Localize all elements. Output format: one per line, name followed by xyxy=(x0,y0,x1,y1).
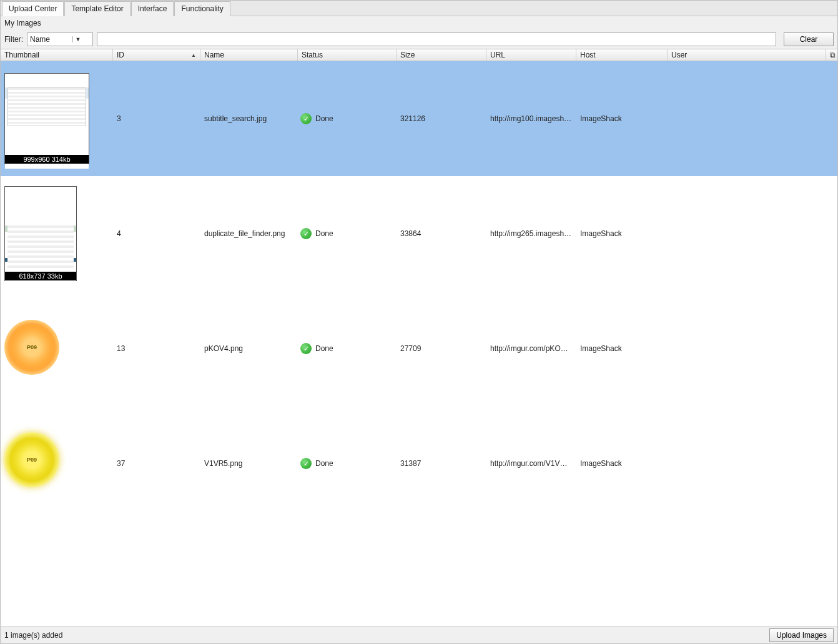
cell-name: pKOV4.png xyxy=(200,343,298,354)
status-text: Done xyxy=(315,114,333,123)
tab-upload-center[interactable]: Upload Center xyxy=(2,1,64,16)
status-text: Done xyxy=(315,229,333,238)
thumbnail-caption: 999x960 314kb xyxy=(5,155,89,164)
table-header: Thumbnail ID ▲ Name Status Size URL Host… xyxy=(1,49,837,61)
cell-status: ✓Done xyxy=(298,113,397,124)
check-icon: ✓ xyxy=(300,458,312,469)
cell-id: 4 xyxy=(113,228,200,239)
filter-select[interactable]: Name ▼ xyxy=(27,32,93,46)
cell-status: ✓Done xyxy=(298,458,397,469)
thumbnail: P09 xyxy=(4,320,62,377)
app-window: Upload Center Template Editor Interface … xyxy=(0,0,838,644)
thumbnail-cell: 999x960 314kb xyxy=(1,73,113,164)
table-row[interactable]: P0937V1VR5.png✓Done31387http://imgur.com… xyxy=(1,406,837,521)
cell-host: ImageShack xyxy=(576,458,668,469)
table-row[interactable]: P0913pKOV4.png✓Done27709http://imgur.com… xyxy=(1,291,837,406)
cell-status: ✓Done xyxy=(298,228,397,239)
cell-user xyxy=(668,462,837,465)
col-id[interactable]: ID ▲ xyxy=(113,49,200,61)
cell-url: http://imgur.com/pKOV4.... xyxy=(486,343,576,354)
col-status[interactable]: Status xyxy=(298,49,397,61)
status-text: Done xyxy=(315,459,333,468)
col-name[interactable]: Name xyxy=(200,49,298,61)
check-icon: ✓ xyxy=(300,228,312,239)
cell-host: ImageShack xyxy=(576,113,668,124)
tab-functionality[interactable]: Functionality xyxy=(174,1,230,16)
column-picker-icon[interactable]: ⧉ xyxy=(826,49,837,61)
cell-name: subtitle_search.jpg xyxy=(200,113,298,124)
cell-user xyxy=(668,117,837,120)
thumbnail: 999x960 314kb xyxy=(4,73,89,164)
thumbnail-caption: 618x737 33kb xyxy=(5,272,76,280)
thumbnail-cell: P09 xyxy=(1,432,113,495)
status-bar: 1 image(s) added Upload Images xyxy=(1,627,837,643)
status-text: 1 image(s) added xyxy=(4,631,62,640)
cell-url: http://img265.imageshack... xyxy=(486,228,576,239)
cell-id: 3 xyxy=(113,113,200,124)
cell-status: ✓Done xyxy=(298,343,397,354)
chevron-down-icon: ▼ xyxy=(72,36,81,42)
cell-size: 27709 xyxy=(397,343,486,354)
cell-host: ImageShack xyxy=(576,343,668,354)
cell-id: 37 xyxy=(113,458,200,469)
grid-body[interactable]: 999x960 314kb3subtitle_search.jpg✓Done32… xyxy=(1,61,837,627)
tab-bar: Upload Center Template Editor Interface … xyxy=(1,1,837,16)
thumbnail: 618x737 33kb xyxy=(4,186,77,281)
status-text: Done xyxy=(315,344,333,353)
cell-url: http://imgur.com/V1VR5.p... xyxy=(486,458,576,469)
cell-url: http://img100.imageshack... xyxy=(486,113,576,124)
col-thumbnail[interactable]: Thumbnail xyxy=(1,49,113,61)
thumbnail-cell: 618x737 33kb xyxy=(1,186,113,281)
table-row[interactable]: 999x960 314kb3subtitle_search.jpg✓Done32… xyxy=(1,61,837,176)
cell-name: duplicate_file_finder.png xyxy=(200,228,298,239)
cell-user xyxy=(668,347,837,350)
cell-name: V1VR5.png xyxy=(200,458,298,469)
col-url[interactable]: URL xyxy=(486,49,576,61)
upload-images-button[interactable]: Upload Images xyxy=(769,628,834,642)
thumbnail: P09 xyxy=(4,432,67,495)
tab-interface[interactable]: Interface xyxy=(131,1,174,16)
thumbnail-cell: P09 xyxy=(1,320,113,377)
table-row[interactable]: 618x737 33kb4duplicate_file_finder.png✓D… xyxy=(1,176,837,291)
section-title: My Images xyxy=(1,16,837,30)
tab-template-editor[interactable]: Template Editor xyxy=(64,1,130,16)
col-size[interactable]: Size xyxy=(397,49,486,61)
col-id-label: ID xyxy=(117,51,124,59)
check-icon: ✓ xyxy=(300,113,312,124)
filter-input[interactable] xyxy=(97,32,776,46)
cell-size: 321126 xyxy=(397,113,486,124)
filter-select-value: Name xyxy=(30,35,50,44)
cell-id: 13 xyxy=(113,343,200,354)
clear-button[interactable]: Clear xyxy=(784,32,834,46)
filter-label: Filter: xyxy=(4,35,23,44)
filter-bar: Filter: Name ▼ Clear xyxy=(1,30,837,49)
col-host[interactable]: Host xyxy=(576,49,668,61)
cell-size: 33864 xyxy=(397,228,486,239)
cell-user xyxy=(668,232,837,235)
cell-host: ImageShack xyxy=(576,228,668,239)
sort-asc-icon: ▲ xyxy=(191,52,196,58)
check-icon: ✓ xyxy=(300,343,312,354)
col-user[interactable]: User xyxy=(668,49,826,61)
cell-size: 31387 xyxy=(397,458,486,469)
